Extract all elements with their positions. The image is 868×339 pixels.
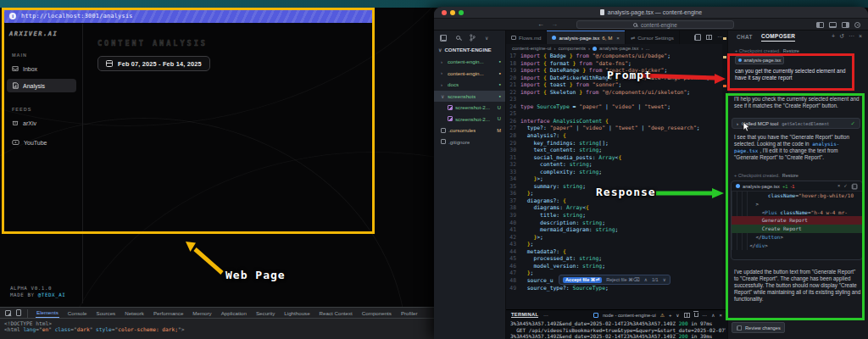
explorer-item[interactable]: screenshot-2...U xyxy=(434,114,505,125)
reject-icon[interactable]: × xyxy=(837,183,840,190)
explorer-item[interactable]: ›content-engin...● xyxy=(434,68,505,80)
inspect-element-icon[interactable] xyxy=(5,310,11,316)
devtools-tabs: ElementsConsoleSourcesNetworkPerformance… xyxy=(36,308,419,319)
breadcrumb-item[interactable]: components xyxy=(558,46,586,51)
customize-layout-icon[interactable] xyxy=(854,22,860,28)
tab-chat[interactable]: CHAT xyxy=(737,34,753,40)
diff-code[interactable]: className="hover:bg-white/10 > <Plus cla… xyxy=(732,192,862,250)
code-line: 44 metadata?: { xyxy=(506,248,727,256)
command-center-search[interactable]: content-engine xyxy=(576,20,734,29)
tool-call-row[interactable]: › Called MCP tool getSelectedElement ✓ xyxy=(732,118,860,129)
search-icon xyxy=(633,23,637,27)
close-icon[interactable]: × xyxy=(616,35,620,41)
code-text: }; xyxy=(520,241,533,248)
close-panel-icon[interactable]: × xyxy=(720,313,722,318)
code-text: diagrams: Array<{ xyxy=(520,204,589,212)
explorer-item[interactable]: .cursorrulesM xyxy=(434,125,505,136)
breadcrumb-item[interactable]: analysis-page.tsx xyxy=(599,46,638,51)
devtools-tab-elements[interactable]: Elements xyxy=(36,308,59,319)
history-icon[interactable]: ↺ xyxy=(839,33,844,40)
new-chat-icon[interactable]: + xyxy=(832,33,835,40)
diff-removed-count: -1 xyxy=(790,184,794,189)
accept-file-button[interactable]: Accept file ⌘⏎ xyxy=(563,277,602,283)
breadcrumb-item[interactable]: content-engine-ui xyxy=(512,46,551,51)
git-status-dot: ● xyxy=(498,82,501,86)
code-area[interactable]: 17import { Badge } from "@/components/ui… xyxy=(506,53,727,309)
restore-link[interactable]: Restore xyxy=(783,48,799,53)
date-range-button[interactable]: Feb 07, 2025 - Feb 14, 2025 xyxy=(97,56,210,71)
sidebar-item-analysis[interactable]: Analysis xyxy=(7,79,76,92)
explorer-icon[interactable] xyxy=(440,35,447,42)
forward-arrow-icon[interactable]: → xyxy=(551,20,558,28)
sidebar-item-inbox[interactable]: Inbox xyxy=(7,62,76,75)
devtools-tab-memory[interactable]: Memory xyxy=(192,308,212,319)
screenshot-canvas: i http://localhost:3001/analysis ARXIVER… xyxy=(0,0,868,339)
source-control-icon[interactable] xyxy=(470,34,476,42)
code-line: 18import { format } from "date-fns"; xyxy=(506,60,727,68)
search-icon[interactable] xyxy=(456,36,460,40)
restore-link[interactable]: Restore xyxy=(782,173,798,178)
devtools-tab-profiler[interactable]: Profiler xyxy=(400,308,419,319)
terminal-more-icon[interactable]: ⋯ xyxy=(543,313,548,318)
dom-html-element[interactable]: <html lang="en" class="dark" style="colo… xyxy=(4,326,430,332)
context-chip[interactable]: analysis-page.tsx xyxy=(735,56,784,64)
terminal-output[interactable]: 3%3A45%3A57.149Z&end_date=2025-02-14T23%… xyxy=(510,320,726,339)
explorer-item[interactable]: ∨screenshots● xyxy=(434,91,505,103)
sidebar-item-arxiv[interactable]: arXiv xyxy=(7,116,76,130)
breadcrumb[interactable]: content-engine-ui›components›analysis-pa… xyxy=(512,46,649,51)
copy-icon[interactable] xyxy=(852,183,857,188)
sidebar-item-youtube[interactable]: YouTube xyxy=(7,136,76,149)
devtools-tab-network[interactable]: Network xyxy=(124,308,145,319)
credit-handle[interactable]: @TEDX_AI xyxy=(38,292,66,297)
devtools-dom-tree[interactable]: <!DOCTYPE html><html lang="en" class="da… xyxy=(0,319,434,333)
back-arrow-icon[interactable]: ← xyxy=(537,20,544,28)
explorer-root-folder[interactable]: ∨CONTENT-ENGINE xyxy=(438,47,492,53)
prev-change-icon[interactable]: ∧ xyxy=(644,277,648,282)
close-icon[interactable]: × xyxy=(859,33,862,40)
editor-tab-cursor-settings[interactable]: ⇄Cursor Settings xyxy=(626,31,680,44)
devtools-tab-security[interactable]: Security xyxy=(255,308,275,319)
devtools-tab-components[interactable]: Components xyxy=(361,308,392,319)
editor-tab-analysis-page-tsx[interactable]: analysis-page.tsx6, M× xyxy=(547,31,625,44)
terminal-session-label[interactable]: node - content-engine-ui xyxy=(603,313,656,318)
accept-icon[interactable]: ✓ xyxy=(843,183,848,190)
devtools-tab-performance[interactable]: Performance xyxy=(153,308,184,319)
devtools-tab-application[interactable]: Application xyxy=(220,308,248,319)
browser-url-bar[interactable]: i http://localhost:3001/analysis xyxy=(3,8,375,23)
terminal-overflow-icon[interactable]: ⋯ xyxy=(703,313,708,318)
open-changes-icon[interactable] xyxy=(694,34,701,41)
toggle-secondary-sidebar-icon[interactable] xyxy=(842,22,849,28)
device-toolbar-icon[interactable] xyxy=(16,309,21,316)
terminal-tab[interactable]: TERMINAL xyxy=(511,312,538,319)
review-changes-button[interactable]: Review changes xyxy=(732,322,785,333)
explorer-item[interactable]: ›content-engin...● xyxy=(434,56,505,68)
split-editor-icon[interactable] xyxy=(706,35,712,40)
window-titlebar[interactable]: analysis-page.tsx — content-engine xyxy=(434,7,868,19)
toggle-panel-icon[interactable] xyxy=(829,22,837,28)
chevron-down-icon[interactable]: ∨ xyxy=(485,35,488,41)
terminal-dropdown-icon[interactable]: ∨ xyxy=(676,313,679,318)
devtools-tab-sources[interactable]: Sources xyxy=(96,308,117,319)
next-change-icon[interactable]: ∨ xyxy=(663,277,666,282)
editor-tab-flows-md[interactable]: Flows.md xyxy=(506,31,547,44)
reject-file-button[interactable]: Reject file ⌘⌫ xyxy=(606,277,640,282)
code-line: 40 description: string; xyxy=(506,220,727,227)
more-icon[interactable]: ⋯ xyxy=(849,33,854,40)
maximize-panel-icon[interactable]: ∧ xyxy=(711,313,715,318)
diff-card-header[interactable]: analysis-page.tsx +1 -1 × ✓ xyxy=(732,181,862,192)
line-number: 19 xyxy=(506,67,520,75)
explorer-item[interactable]: screenshot-2...U xyxy=(434,102,505,114)
new-terminal-icon[interactable]: + xyxy=(669,313,671,318)
toggle-primary-sidebar-icon[interactable] xyxy=(816,22,824,28)
explorer-item[interactable]: ›docs● xyxy=(434,79,505,91)
breadcrumb-item[interactable]: ... xyxy=(645,46,649,51)
explorer-item[interactable]: .gitignore xyxy=(434,136,505,148)
devtools-tab-console[interactable]: Console xyxy=(67,308,88,319)
code-line: 38 diagrams: Array<{ xyxy=(506,204,727,212)
code-text: social_media_posts: Array<{ xyxy=(520,154,621,162)
kill-terminal-icon[interactable] xyxy=(694,313,698,318)
devtools-tab-lighthouse[interactable]: Lighthouse xyxy=(283,308,310,319)
devtools-tab-react-context[interactable]: React Context xyxy=(319,308,353,319)
tab-composer[interactable]: COMPOSER xyxy=(761,33,795,42)
split-terminal-icon[interactable] xyxy=(684,313,690,318)
